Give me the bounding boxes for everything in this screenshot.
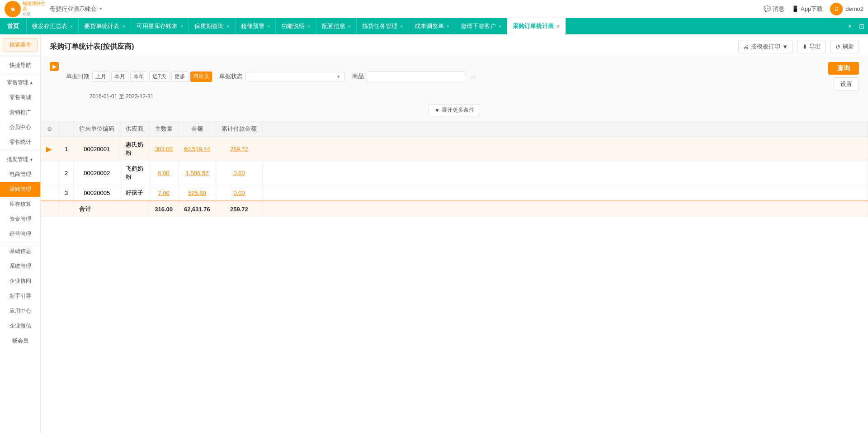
col-supplier-name: 供应商	[120, 121, 149, 137]
row2-amount-link[interactable]: 1,586.52	[186, 170, 209, 176]
sidebar-item-retail-mgmt[interactable]: 零售管理 ▲	[0, 75, 40, 90]
row2-paid-link[interactable]: 0.00	[233, 170, 245, 176]
col-main-qty: 主数量	[149, 121, 179, 137]
footer-paid: 259.72	[216, 201, 262, 217]
refresh-label: 刷新	[842, 43, 854, 51]
sidebar-item-operations[interactable]: 经营管理	[0, 227, 40, 242]
row3-qty-link[interactable]: 7.00	[158, 190, 169, 196]
tab-gongneng[interactable]: 功能说明 ×	[276, 18, 316, 34]
row3-main-qty: 7.00	[149, 185, 179, 201]
sidebar-item-members[interactable]: 畅会员	[0, 333, 40, 348]
sidebar-item-inventory[interactable]: 库存核算	[0, 197, 40, 212]
tab-peizhi[interactable]: 配置信息 ×	[316, 18, 357, 34]
tab-chaochuyu-close[interactable]: ×	[267, 24, 270, 29]
row1-main-qty: 303.00	[149, 137, 179, 161]
sidebar-item-member[interactable]: 会员中心	[0, 120, 40, 135]
export-button[interactable]: ⬇ 导出	[797, 40, 826, 53]
sidebar-item-system[interactable]: 系统管理	[0, 259, 40, 274]
sidebar-item-purchase[interactable]: 采购管理	[0, 182, 40, 197]
tab-caigou-active[interactable]: 采购订单统计表 ×	[507, 18, 565, 34]
sidebar-item-capital[interactable]: 资金管理	[0, 212, 40, 227]
tab-yaohuodantongji-close[interactable]: ×	[122, 24, 125, 29]
date-more[interactable]: 更多	[171, 71, 189, 82]
tab-home[interactable]: 首页	[0, 18, 27, 34]
tab-chaochuyu[interactable]: 超储预警 ×	[236, 18, 276, 34]
sidebar-item-basic-info[interactable]: 基础信息	[0, 244, 40, 259]
tab-baozhanqi-close[interactable]: ×	[226, 24, 229, 29]
table-row: 3 00020005 好孩子 7.00 525.80 0.00	[41, 185, 868, 201]
row1-extra	[262, 137, 868, 161]
footer-amount: 62,631.76	[179, 201, 216, 217]
row1-expand-icon[interactable]: ▶	[46, 145, 52, 153]
search-menu-button[interactable]: 搜索菜单	[3, 38, 38, 52]
col-seq	[59, 121, 74, 137]
footer-row: 合计 316.00 62,631.76 259.72	[41, 201, 868, 217]
tab-baozhanqi[interactable]: 保质期查询 ×	[189, 18, 235, 34]
sidebar-item-retail-stats[interactable]: 零售统计	[0, 135, 40, 150]
col-supplier-code: 往来单位编码	[74, 121, 120, 137]
settings-button[interactable]: 设置	[834, 77, 859, 91]
tab-zhihuo[interactable]: 拣货任务管理 ×	[357, 18, 409, 34]
sidebar-item-retail-mall[interactable]: 零售商城	[0, 90, 40, 105]
sidebar-item-guide[interactable]: 新手引导	[0, 289, 40, 304]
tab-zhihuo-close[interactable]: ×	[400, 24, 403, 29]
page-title: 采购订单统计表(按供应商)	[50, 42, 134, 52]
date-7days[interactable]: 近7天	[149, 71, 170, 82]
row1-qty-link[interactable]: 303.00	[155, 146, 173, 152]
date-range-text: 2016-01-01 至 2023-12-31	[90, 93, 153, 100]
row2-qty-link[interactable]: 6.00	[158, 170, 169, 176]
tab-chengben[interactable]: 成本调整单 ×	[409, 18, 455, 34]
tab-yaohuodantongji[interactable]: 要货单统计表 ×	[79, 18, 131, 34]
col-paid-amount: 累计付款金额	[216, 121, 262, 137]
goods-filter-label: 商品	[352, 72, 364, 81]
workspace-selector[interactable]: 母婴行业演示账套 ▼	[50, 5, 105, 13]
tab-yaoqing[interactable]: 邀请下游客户 ×	[455, 18, 507, 34]
tab-shoufayuhui[interactable]: 收发存汇总表 ×	[27, 18, 79, 34]
sidebar-item-marketing[interactable]: 营销推广	[0, 105, 40, 120]
tab-maximize-action[interactable]: ⊡	[855, 23, 868, 30]
tab-keyongliku-label: 可用量库存账本	[137, 22, 178, 30]
tab-keyongliku-close[interactable]: ×	[180, 24, 183, 29]
status-select[interactable]: ▼	[245, 72, 345, 81]
row3-expand	[41, 185, 59, 201]
row3-paid-link[interactable]: 0.00	[233, 190, 245, 196]
filter-toggle-button[interactable]: ▶	[50, 62, 59, 71]
column-settings-icon[interactable]: ⚙	[47, 126, 52, 133]
message-button[interactable]: 💬 消息	[764, 5, 784, 13]
refresh-button[interactable]: ↺ 刷新	[830, 40, 859, 53]
row3-amount-link[interactable]: 525.80	[188, 190, 206, 196]
tab-peizhi-close[interactable]: ×	[348, 24, 351, 29]
nav-tab-actions: × ⊡	[844, 23, 868, 30]
date-last-month[interactable]: 上月	[92, 71, 109, 82]
tab-keyongliku[interactable]: 可用量库存账本 ×	[131, 18, 189, 34]
table-row: ▶ 1 00020001 惠氏奶粉 303.00 60,519.44 259.7…	[41, 137, 868, 161]
tab-caigou-close[interactable]: ×	[557, 24, 559, 29]
date-this-year[interactable]: 本年	[130, 71, 147, 82]
tab-yaoqing-close[interactable]: ×	[499, 24, 501, 29]
row1-amount-link[interactable]: 60,519.44	[184, 146, 210, 152]
status-select-arrow: ▼	[336, 74, 341, 79]
app-download-button[interactable]: 📱 App下载	[792, 5, 823, 13]
tab-chengben-close[interactable]: ×	[447, 24, 449, 29]
goods-search-input[interactable]	[367, 71, 466, 82]
row3-supplier-name: 好孩子	[120, 185, 149, 201]
sidebar-item-quick-nav[interactable]: 快捷导航	[0, 58, 40, 73]
sidebar-item-appcenter[interactable]: 应用中心	[0, 304, 40, 319]
sidebar-item-wechat[interactable]: 企业微信	[0, 319, 40, 333]
expand-more-button[interactable]: ▼ 展开更多条件	[429, 104, 480, 116]
tab-shoufayuhui-close[interactable]: ×	[70, 24, 73, 29]
row1-paid-link[interactable]: 259.72	[230, 146, 248, 152]
content-area: 搜索菜单 快捷导航 零售管理 ▲ 零售商城 营销推广 会员中心 零售统计 批发管…	[0, 34, 868, 433]
goods-more-icon[interactable]: ···	[469, 73, 477, 80]
sidebar-item-ecommerce[interactable]: 电商管理	[0, 167, 40, 182]
print-button[interactable]: 🖨 按模板打印 ▼	[738, 40, 793, 53]
table-header-row: ⚙ 往来单位编码 供应商 主数量 金额 累计付款金额	[41, 121, 868, 137]
row1-supplier-code: 00020001	[74, 137, 120, 161]
query-button[interactable]: 查询	[828, 62, 859, 75]
sidebar-item-enterprise[interactable]: 企业协同	[0, 274, 40, 289]
tab-close-action[interactable]: ×	[844, 23, 855, 30]
user-menu[interactable]: D demo2	[830, 3, 863, 15]
sidebar-item-wholesale[interactable]: 批发管理 ▼	[0, 152, 40, 167]
date-this-month[interactable]: 本月	[111, 71, 128, 82]
tab-gongneng-close[interactable]: ×	[307, 24, 310, 29]
